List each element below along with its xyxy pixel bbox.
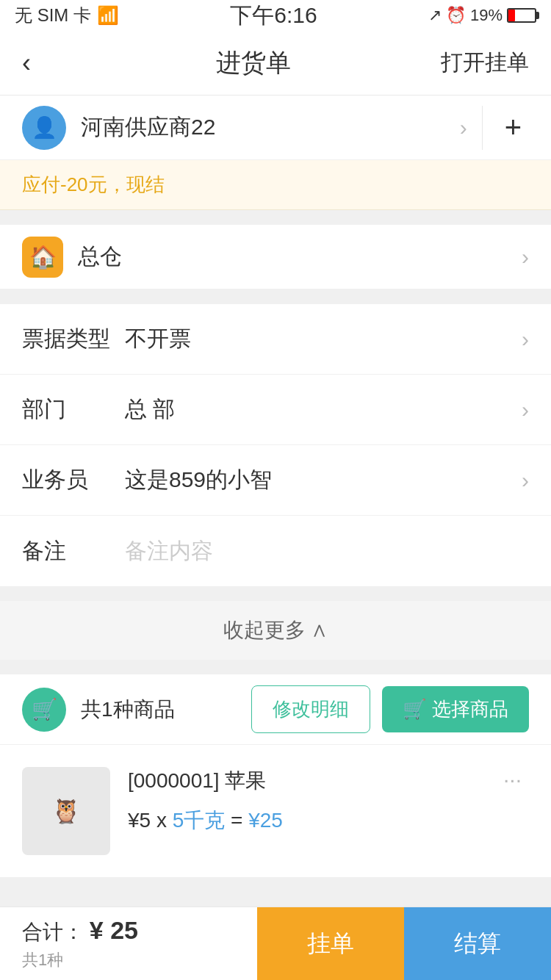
total-amount: ¥ 25: [90, 916, 138, 944]
vertical-divider: [482, 106, 483, 150]
product-info: [0000001] 苹果 ¥5 x 5千克 = ¥25: [128, 767, 496, 835]
department-label: 部门: [22, 394, 125, 425]
supplier-avatar: 👤: [22, 106, 66, 150]
products-icon: 🛒: [22, 688, 66, 732]
collapse-bar[interactable]: 收起更多 ∧: [0, 601, 551, 660]
warehouse-icon: 🏠: [22, 237, 63, 278]
supplier-chevron-icon: ›: [460, 115, 467, 140]
status-left: 无 SIM 卡 📶: [15, 4, 119, 27]
battery-fill: [508, 10, 515, 21]
product-qty: 5千克: [173, 809, 226, 832]
total-label-line: 合计： ¥ 25: [22, 916, 235, 946]
back-button[interactable]: ‹: [22, 48, 66, 79]
location-icon: ↗: [428, 6, 442, 25]
supplier-section: 👤 河南供应商22 › + 应付-20元，现结: [0, 96, 551, 210]
salesperson-label: 业务员: [22, 465, 125, 495]
product-multiply-icon: x: [156, 809, 173, 832]
collapse-label: 收起更多 ∧: [223, 616, 328, 644]
bottom-bar: 合计： ¥ 25 共1种 挂单 结算: [0, 907, 551, 980]
invoice-type-value: 不开票: [125, 324, 522, 354]
product-price-line: ¥5 x 5千克 = ¥25: [128, 807, 496, 835]
edit-detail-button[interactable]: 修改明细: [251, 685, 370, 733]
department-chevron-icon: ›: [522, 397, 529, 422]
products-header: 🛒 共1种商品 修改明细 🛒 选择商品: [0, 674, 551, 745]
warehouse-section: 🏠 总仓 ›: [0, 225, 551, 289]
status-right: ↗ ⏰ 19%: [428, 6, 536, 25]
payment-notice: 应付-20元，现结: [0, 160, 551, 210]
total-section: 合计： ¥ 25 共1种: [0, 907, 257, 980]
hang-button[interactable]: 挂单: [257, 907, 404, 980]
select-cart-icon: 🛒: [403, 698, 426, 721]
cart-icon: 🛒: [32, 697, 57, 721]
form-section: 票据类型 不开票 › 部门 总 部 › 业务员 这是859的小智 › 备注 备注…: [0, 304, 551, 586]
wifi-icon: 📶: [97, 5, 119, 26]
supplier-name: 河南供应商22: [81, 112, 460, 143]
invoice-chevron-icon: ›: [522, 327, 529, 352]
battery-icon: [507, 8, 536, 23]
warehouse-name: 总仓: [78, 242, 522, 272]
product-thumbnail: 🦉: [22, 767, 110, 855]
product-unit-price: ¥5: [128, 809, 151, 832]
battery-percent: 19%: [470, 6, 503, 25]
avatar-icon: 👤: [32, 115, 57, 140]
settle-button[interactable]: 结算: [404, 907, 551, 980]
select-product-label: 选择商品: [432, 696, 508, 722]
warehouse-chevron-icon: ›: [522, 245, 529, 270]
products-section: 🛒 共1种商品 修改明细 🛒 选择商品 🦉 [0000001] 苹果 ¥5 x …: [0, 674, 551, 878]
remark-input[interactable]: 备注内容: [125, 536, 529, 566]
carrier-label: 无 SIM 卡: [15, 4, 91, 27]
nav-bar: ‹ 进货单 打开挂单: [0, 31, 551, 96]
product-item: 🦉 [0000001] 苹果 ¥5 x 5千克 = ¥25 ···: [0, 745, 551, 878]
remark-row[interactable]: 备注 备注内容: [0, 516, 551, 586]
select-product-button[interactable]: 🛒 选择商品: [382, 686, 529, 732]
status-bar: 无 SIM 卡 📶 下午6:16 ↗ ⏰ 19%: [0, 0, 551, 31]
salesperson-row[interactable]: 业务员 这是859的小智 ›: [0, 445, 551, 516]
invoice-type-label: 票据类型: [22, 324, 125, 354]
product-more-button[interactable]: ···: [496, 767, 529, 792]
status-time: 下午6:16: [230, 1, 317, 31]
product-total: ¥25: [248, 809, 283, 832]
open-hang-button[interactable]: 打开挂单: [441, 48, 529, 78]
remark-label: 备注: [22, 536, 125, 566]
total-label: 合计：: [22, 920, 84, 943]
total-sub-label: 共1种: [22, 949, 235, 971]
salesperson-value: 这是859的小智: [125, 465, 522, 495]
supplier-row[interactable]: 👤 河南供应商22 › +: [0, 96, 551, 160]
salesperson-chevron-icon: ›: [522, 468, 529, 493]
product-id: [0000001]: [128, 769, 220, 792]
add-supplier-button[interactable]: +: [497, 111, 529, 144]
department-row[interactable]: 部门 总 部 ›: [0, 375, 551, 445]
department-value: 总 部: [125, 394, 522, 425]
alarm-icon: ⏰: [446, 6, 466, 25]
warehouse-row[interactable]: 🏠 总仓 ›: [0, 225, 551, 289]
product-title: 苹果: [225, 769, 266, 792]
product-count-label: 共1种商品: [81, 696, 251, 724]
product-name: [0000001] 苹果: [128, 767, 496, 795]
page-title: 进货单: [66, 46, 441, 80]
product-equals-icon: =: [231, 809, 248, 832]
product-owl-icon: 🦉: [51, 797, 81, 825]
invoice-type-row[interactable]: 票据类型 不开票 ›: [0, 304, 551, 375]
